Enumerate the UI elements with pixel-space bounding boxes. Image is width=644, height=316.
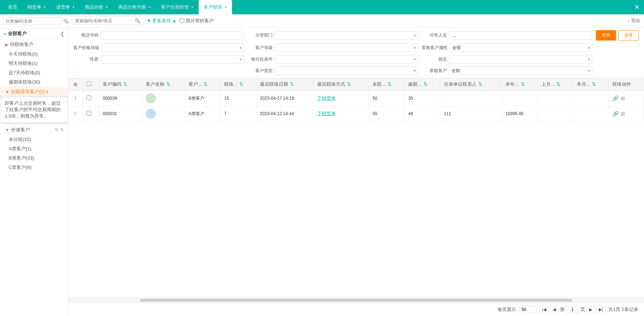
sort-code-icon[interactable]: ⇅ xyxy=(123,81,127,87)
sort-this-year-icon[interactable]: ⇅ xyxy=(521,81,525,87)
nav-purchase[interactable]: 进货单 × xyxy=(51,0,80,14)
status-field: 状态 xyxy=(422,55,592,63)
collapse-arrow-icon[interactable]: ❮ xyxy=(60,31,64,37)
sort-uncontact-icon[interactable]: ⇅ xyxy=(388,81,392,87)
row2-link-icon[interactable]: 🔗 xyxy=(612,111,618,117)
phone-input[interactable] xyxy=(101,31,244,40)
table-container: ⚙ 客户编码 ⇅ 客户名称 ⇅ xyxy=(68,78,644,297)
sidebar-search-icon[interactable]: 🔍 xyxy=(63,19,68,24)
close-product-list-tab[interactable]: × xyxy=(148,5,151,10)
sort-type-icon[interactable]: ⇅ xyxy=(204,81,208,87)
retail-customer-select[interactable]: 全部 xyxy=(449,66,592,75)
row2-select-checkbox[interactable] xyxy=(87,111,91,115)
per-page-select[interactable]: 50 10 20 100 xyxy=(519,306,537,313)
sort-contact-person-icon[interactable]: ⇅ xyxy=(478,81,482,87)
select-all-checkbox[interactable] xyxy=(87,81,91,86)
expand-arrow-active-icon: ▼ xyxy=(5,89,10,95)
scroll-bar-thumb[interactable] xyxy=(140,299,572,302)
nav-sales[interactable]: 销货单 × xyxy=(22,0,51,14)
row1-last-method[interactable]: 下销货单 xyxy=(313,91,369,106)
retail-attr-select[interactable]: 全部 xyxy=(450,43,592,52)
refresh-icon[interactable]: ↻ xyxy=(55,127,59,133)
sidebar-item-class-b[interactable]: B类客户(33) xyxy=(0,154,68,163)
my-customers-checkbox[interactable] xyxy=(180,18,184,23)
export-icon: ↑ xyxy=(628,18,630,23)
price-level-select[interactable] xyxy=(101,43,244,52)
all-customers-header[interactable]: ≡ 全部客户 ❮ xyxy=(0,28,68,39)
export-button[interactable]: ↑ 导出 xyxy=(628,18,641,24)
sidebar-item-7days[interactable]: 近7天待联络(0) xyxy=(0,68,68,77)
close-segmentation-tab[interactable]: × xyxy=(191,5,194,10)
sidebar-item-class-a[interactable]: A类客户(1) xyxy=(0,144,68,154)
gear-icon[interactable]: ⚙ xyxy=(73,82,78,87)
row1-last-month xyxy=(537,91,573,106)
horizontal-scrollbar[interactable] xyxy=(68,297,644,303)
info-icon: ℹ xyxy=(46,90,48,94)
customer-level-select[interactable] xyxy=(275,43,418,52)
value-customer-items: 未分组(32) A类客户(1) B类客户(33) C类客户(6) xyxy=(0,135,68,172)
close-product-analysis-tab[interactable]: × xyxy=(106,5,108,10)
row1-grid-icon[interactable]: ⊞ xyxy=(621,95,625,101)
nav-customer-contact[interactable]: 客户联络 × xyxy=(199,0,232,14)
payment-select[interactable] xyxy=(275,55,418,63)
close-sales-tab[interactable]: × xyxy=(43,5,46,10)
more-conditions-btn[interactable]: ▼ 更多条件 ▲ xyxy=(147,18,177,24)
main-search-input[interactable] xyxy=(75,18,133,23)
th-checkbox xyxy=(83,78,99,91)
row2-num: 2 xyxy=(68,106,83,122)
top-nav: 首页 销货单 × 进货单 × 商品分析 × 商品分析列表 × 客户分层经营 × … xyxy=(0,0,644,14)
th-this-year: 本年... ⇅ xyxy=(502,78,537,91)
dept-select[interactable] xyxy=(275,31,418,40)
prev-page-btn[interactable]: ◀ xyxy=(550,306,559,313)
main-search-icon[interactable]: 🔍 xyxy=(135,18,140,23)
close-contact-tab[interactable]: × xyxy=(224,5,227,10)
row1-checkbox xyxy=(83,91,99,106)
nature-select[interactable] xyxy=(101,55,244,63)
customer-level-field: 客户等级 xyxy=(247,43,418,52)
sidebar-item-ungrouped[interactable]: 未分组(32) xyxy=(0,135,68,144)
row1-link-icon[interactable]: 🔗 xyxy=(612,95,618,101)
row2-avatar xyxy=(146,109,156,119)
row1-select-checkbox[interactable] xyxy=(87,95,91,100)
phone-field: 电话号码 xyxy=(73,31,244,40)
nav-product-analysis-list[interactable]: 商品分析列表 × xyxy=(113,0,156,14)
sort-last-date-icon[interactable]: ⇅ xyxy=(290,81,294,87)
page-label: 第 xyxy=(560,306,565,313)
nav-home[interactable]: 首页 xyxy=(3,0,22,14)
sidebar-item-today[interactable]: 今天待联络(0) xyxy=(0,49,68,59)
sidebar-item-overdue[interactable]: 逾期未联络(30) xyxy=(0,77,68,87)
first-page-btn[interactable]: |◀ xyxy=(539,306,549,313)
sort-last-month-icon[interactable]: ⇅ xyxy=(556,81,560,87)
chevron-up-icon: ▲ xyxy=(172,18,177,23)
status-select[interactable] xyxy=(449,55,592,63)
sidebar-item-class-c[interactable]: C类客户(6) xyxy=(0,163,68,172)
nav-customer-segmentation[interactable]: 客户分层经营 × xyxy=(156,0,199,14)
close-all-button[interactable]: ✕ xyxy=(634,3,640,11)
page-input[interactable] xyxy=(566,306,579,313)
group-value-customers[interactable]: ▼ 价值客户 ↻ ✎ xyxy=(0,125,68,135)
sort-last-method-icon[interactable]: ⇅ xyxy=(347,81,351,87)
row2-last-method[interactable]: 下销货单 xyxy=(313,106,369,122)
row2-grid-icon[interactable]: ⊞ xyxy=(621,111,625,117)
sort-contact-icon[interactable]: ⇅ xyxy=(239,81,243,87)
group-repurchase-anomaly[interactable]: ▼ 回购异常客户(2) ℹ xyxy=(0,87,68,97)
sort-overdue-icon[interactable]: ⇅ xyxy=(423,81,427,87)
customer-type-select[interactable] xyxy=(275,66,418,75)
nav-product-analysis[interactable]: 商品分析 × xyxy=(80,0,113,14)
query-button[interactable]: 查询 xyxy=(596,30,616,41)
next-page-btn[interactable]: ▶ xyxy=(587,306,595,313)
last-page-btn[interactable]: ▶| xyxy=(596,306,606,313)
sort-this-month-icon[interactable]: ⇅ xyxy=(592,81,596,87)
group-pending-contact[interactable]: ▶ 待联络客户 xyxy=(0,39,68,49)
sidebar-item-tomorrow[interactable]: 明天待联络(1) xyxy=(0,59,68,68)
sort-name-icon[interactable]: ⇅ xyxy=(166,81,170,87)
sidebar-search-input[interactable] xyxy=(3,17,62,25)
row1-action-icons: 🔗 ⊞ xyxy=(612,95,640,101)
edit-icon[interactable]: ✎ xyxy=(60,127,64,133)
close-purchase-tab[interactable]: × xyxy=(72,5,75,10)
status-label: 状态 xyxy=(422,56,447,62)
setting-button[interactable]: 设置 xyxy=(618,30,639,41)
more-fields-btn[interactable]: ... xyxy=(73,68,80,74)
manager-input[interactable] xyxy=(449,31,592,40)
customer-table: ⚙ 客户编码 ⇅ 客户名称 ⇅ xyxy=(68,78,644,122)
